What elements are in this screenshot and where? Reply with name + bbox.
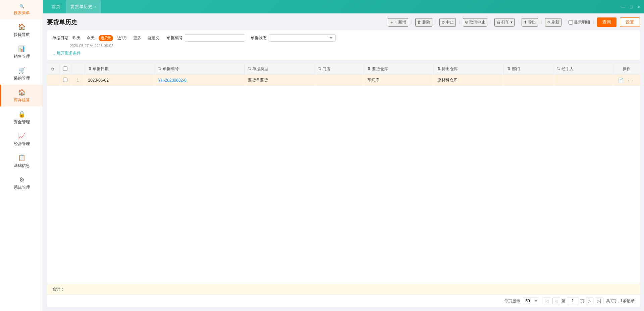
show-detail-checkbox[interactable] xyxy=(569,20,573,25)
date-btn-more[interactable]: 更多 xyxy=(131,35,143,41)
per-page-select[interactable]: 50 20 100 200 xyxy=(523,298,539,304)
print-label: 打印 xyxy=(501,19,509,25)
last-page-button[interactable]: ▷| xyxy=(595,298,603,304)
cancel-suspend-button[interactable]: ⊘ 取消中止 xyxy=(463,18,487,27)
doc-status-select[interactable] xyxy=(269,34,336,42)
window-maximize-button[interactable]: □ xyxy=(630,4,633,9)
divider-8 xyxy=(593,20,594,25)
export-button[interactable]: ⬆ 导出 xyxy=(522,18,538,27)
topbar: 首页 要货单历史 × — □ × xyxy=(43,0,644,13)
row-doc-date: 2023-06-02 xyxy=(85,75,155,86)
sidebar-item-finance[interactable]: 🔒 资金管理 xyxy=(0,106,43,128)
suspend-icon: ⊘ xyxy=(441,20,445,25)
tab-home[interactable]: 首页 xyxy=(47,0,65,13)
chart-icon: 📊 xyxy=(18,45,25,52)
th-store[interactable]: ⇅ 门店 xyxy=(314,63,364,75)
first-page-button[interactable]: |◁ xyxy=(542,298,551,304)
select-all-checkbox[interactable] xyxy=(63,66,67,71)
row-dest-warehouse: 原材料仓库 xyxy=(434,75,504,86)
sidebar: 🔍 搜索菜单 🏠 快捷导航 📊 销售管理 🛒 采购管理 🏠 库存核算 🔒 资金管… xyxy=(0,0,43,311)
table-wrap: ⚙ ⇅ 单据日期 ⇅ 单据编号 ⇅ 单据类型 ⇅ 门店 ⇅ 要货仓库 ⇅ 待出仓… xyxy=(47,63,640,284)
date-btn-yesterday[interactable]: 昨天 xyxy=(70,35,83,41)
suspend-label: 中止 xyxy=(446,19,454,25)
export-icon: ⬆ xyxy=(524,20,527,25)
date-btn-1month[interactable]: 近1月 xyxy=(115,35,129,41)
sidebar-item-label: 基础信息 xyxy=(14,163,30,169)
delete-label: 删除 xyxy=(422,19,430,25)
divider-4 xyxy=(491,20,491,25)
expand-icon: ⌄ xyxy=(52,51,56,56)
print-dropdown-icon: ▾ xyxy=(511,20,513,25)
sidebar-item-label: 经营管理 xyxy=(14,141,30,147)
page-title: 要货单历史 xyxy=(47,18,77,26)
sidebar-item-label: 采购管理 xyxy=(14,76,30,81)
sidebar-item-search-menu[interactable]: 🔍 搜索菜单 xyxy=(0,0,43,19)
sidebar-item-system[interactable]: ⚙ 系统管理 xyxy=(0,172,43,194)
expand-more-btn[interactable]: ⌄ 展开更多条件 xyxy=(52,50,635,56)
filter-row: 单据日期 昨天 今天 近7天 近1月 更多 自定义 单据编号 单据状态 xyxy=(52,34,635,42)
sidebar-item-sales[interactable]: 📊 销售管理 xyxy=(0,41,43,63)
th-operations: 操作 xyxy=(613,63,640,75)
page-number-input[interactable] xyxy=(567,298,579,304)
row-more-icon[interactable]: ⋮⋮ xyxy=(626,78,635,83)
home-icon: 🏠 xyxy=(18,23,25,31)
sidebar-item-basic-info[interactable]: 📋 基础信息 xyxy=(0,150,43,172)
cancel-suspend-label: 取消中止 xyxy=(469,19,485,25)
next-page-button[interactable]: ▷ xyxy=(586,298,593,304)
doc-status-label: 单据状态 xyxy=(251,35,267,41)
date-btn-custom[interactable]: 自定义 xyxy=(145,35,161,41)
row-checkbox[interactable] xyxy=(63,78,67,82)
th-dest-warehouse[interactable]: ⇅ 待出仓库 xyxy=(434,63,504,75)
tab-close-icon[interactable]: × xyxy=(94,5,96,9)
print-button[interactable]: 🖨 打印 ▾ xyxy=(494,18,515,27)
export-label: 导出 xyxy=(528,19,536,25)
tab-requisition-history[interactable]: 要货单历史 × xyxy=(66,0,101,13)
row-doc-no[interactable]: YH-20230602-0 xyxy=(155,75,245,86)
delete-button[interactable]: 🗑 删除 xyxy=(415,18,432,27)
window-close-button[interactable]: × xyxy=(637,4,640,9)
date-btn-today[interactable]: 今天 xyxy=(85,35,97,41)
th-doc-type[interactable]: ⇅ 单据类型 xyxy=(245,63,315,75)
per-page-label: 每页显示 xyxy=(504,298,520,304)
date-filter-label: 单据日期 xyxy=(52,35,68,41)
doc-no-filter: 单据编号 xyxy=(167,34,245,42)
sidebar-item-quick-nav[interactable]: 🏠 快捷导航 xyxy=(0,19,43,41)
divider-7 xyxy=(565,20,565,25)
tab-requisition-label: 要货单历史 xyxy=(70,4,92,10)
page-header: 要货单历史 ＋ + 新增 🗑 删除 ⊘ 中止 ⊘ xyxy=(47,17,640,27)
page-unit: 页 xyxy=(580,298,584,304)
sidebar-item-operations[interactable]: 📈 经营管理 xyxy=(0,128,43,150)
refresh-icon: ↻ xyxy=(547,20,550,25)
new-button[interactable]: ＋ + 新增 xyxy=(388,18,408,27)
th-checkbox xyxy=(59,63,71,75)
row-store xyxy=(314,75,364,86)
suspend-button[interactable]: ⊘ 中止 xyxy=(439,18,456,27)
th-doc-date[interactable]: ⇅ 单据日期 xyxy=(85,63,155,75)
doc-no-input[interactable] xyxy=(185,34,245,42)
summary-label: 合计： xyxy=(52,287,64,292)
th-req-warehouse[interactable]: ⇅ 要货仓库 xyxy=(364,63,434,75)
sidebar-item-purchase[interactable]: 🛒 采购管理 xyxy=(0,63,43,85)
prev-page-button[interactable]: ◁ xyxy=(552,298,560,304)
new-icon: ＋ xyxy=(390,19,394,25)
window-minimize-button[interactable]: — xyxy=(621,4,626,9)
table-area: ⚙ ⇅ 单据日期 ⇅ 单据编号 ⇅ 单据类型 ⇅ 门店 ⇅ 要货仓库 ⇅ 待出仓… xyxy=(47,63,640,307)
main-area: 首页 要货单历史 × — □ × 要货单历史 ＋ + 新增 🗑 删除 xyxy=(43,0,644,311)
divider-2 xyxy=(436,20,436,25)
th-handler[interactable]: ⇅ 经手人 xyxy=(553,63,613,75)
th-department[interactable]: ⇅ 部门 xyxy=(504,63,553,75)
sidebar-item-label: 资金管理 xyxy=(14,119,30,125)
th-settings[interactable]: ⚙ xyxy=(47,63,59,75)
cancel-suspend-icon: ⊘ xyxy=(465,20,468,25)
th-doc-no[interactable]: ⇅ 单据编号 xyxy=(155,63,245,75)
gear-icon: ⚙ xyxy=(19,176,24,183)
row-view-icon[interactable]: 📄 xyxy=(618,78,624,83)
sidebar-item-inventory[interactable]: 🏠 库存核算 xyxy=(0,85,43,106)
doc-status-filter: 单据状态 xyxy=(251,34,336,42)
settings-button[interactable]: 设置 xyxy=(620,17,640,27)
content-area: 要货单历史 ＋ + 新增 🗑 删除 ⊘ 中止 ⊘ xyxy=(43,13,644,311)
query-button[interactable]: 查询 xyxy=(597,17,616,27)
show-detail-toggle[interactable]: 显示明细 xyxy=(569,19,590,25)
refresh-button[interactable]: ↻ 刷新 xyxy=(545,18,561,27)
date-btn-7days[interactable]: 近7天 xyxy=(99,35,113,41)
